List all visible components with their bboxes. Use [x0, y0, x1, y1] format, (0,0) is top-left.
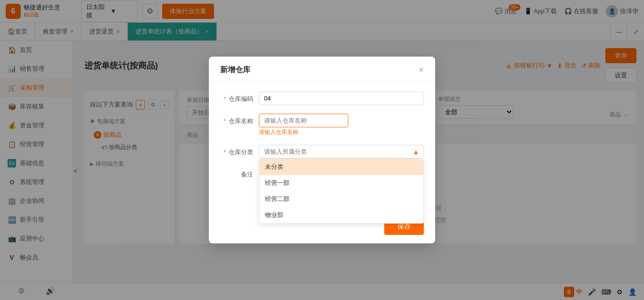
category-dropdown-list: 未分类 经营一部 经营二部 物业部	[259, 158, 424, 224]
dialog-close-button[interactable]: ×	[419, 65, 424, 75]
warehouse-code-row: * 仓库编码	[220, 92, 424, 105]
dropdown-item-dept1[interactable]: 经营一部	[259, 175, 423, 191]
warehouse-name-input[interactable]	[259, 114, 348, 127]
warehouse-code-input[interactable]	[259, 92, 424, 105]
warehouse-name-field-wrap: 请输入仓库名称	[259, 114, 348, 136]
warehouse-code-label-text: 仓库编码	[229, 95, 253, 102]
dropdown-item-uncategorized[interactable]: 未分类	[259, 159, 423, 175]
warehouse-category-label: * 仓库分类	[220, 145, 253, 157]
warehouse-category-row: * 仓库分类 ▲ 未分类 经营一部 经营二部 物业部	[220, 145, 424, 158]
dialog-header: 新增仓库 ×	[209, 57, 435, 82]
dropdown-arrow-icon[interactable]: ▲	[413, 148, 419, 156]
warehouse-code-label: * 仓库编码	[220, 92, 253, 103]
warehouse-category-input[interactable]	[259, 145, 424, 158]
warehouse-name-label-text: 仓库名称	[229, 117, 253, 125]
required-star: *	[223, 117, 226, 125]
required-star: *	[223, 149, 226, 156]
warehouse-name-error: 请输入仓库名称	[259, 128, 348, 136]
required-star: *	[223, 95, 226, 102]
note-label: 备注	[220, 167, 253, 179]
dropdown-item-dept3[interactable]: 物业部	[259, 207, 423, 223]
warehouse-name-inner: * 仓库名称 请输入仓库名称	[220, 114, 348, 136]
warehouse-name-label: * 仓库名称	[220, 114, 253, 125]
warehouse-name-row: * 仓库名称 请输入仓库名称	[220, 114, 424, 136]
dialog-body: * 仓库编码 * 仓库名称 请输入仓库名称	[209, 82, 435, 213]
dropdown-item-dept2[interactable]: 经营二部	[259, 191, 423, 207]
add-warehouse-dialog: 新增仓库 × * 仓库编码 * 仓库名称	[209, 57, 435, 243]
warehouse-category-dropdown: ▲ 未分类 经营一部 经营二部 物业部	[259, 145, 424, 158]
dialog-title: 新增仓库	[220, 65, 250, 75]
warehouse-category-label-text: 仓库分类	[229, 149, 253, 156]
dialog-overlay: 新增仓库 × * 仓库编码 * 仓库名称	[0, 0, 644, 300]
